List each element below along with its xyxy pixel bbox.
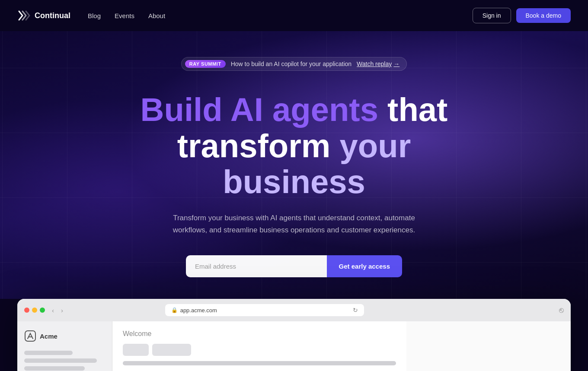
browser-sidebar: Acme [17, 321, 112, 371]
refresh-icon[interactable]: ↻ [353, 307, 358, 314]
close-window-dot[interactable] [24, 308, 29, 313]
logo-icon [17, 10, 31, 22]
acme-label: Acme [40, 333, 58, 340]
headline-build-ai-agents: Build AI agents [141, 91, 378, 128]
banner-text: How to build an AI copilot for your appl… [231, 60, 352, 67]
acme-icon [24, 330, 36, 342]
skeleton-item [24, 351, 73, 355]
acme-logo-row: Acme [24, 330, 105, 342]
skeleton-item [24, 358, 97, 363]
banner-watch-replay-link[interactable]: Watch replay → [357, 60, 399, 67]
browser-nav-buttons: ‹ › [50, 306, 65, 315]
banner-badge: RAY SUMMIT [185, 60, 226, 68]
share-icon[interactable]: ⎋ [559, 306, 564, 315]
forward-button[interactable]: › [59, 306, 65, 315]
main-skeleton-row [123, 344, 396, 356]
book-demo-button[interactable]: Book a demo [516, 8, 571, 23]
navbar: Continual Blog Events About Sign in Book… [0, 0, 588, 31]
browser-body: Acme Welcome [17, 321, 571, 371]
sidebar-skeleton [24, 351, 105, 371]
browser-main-content: Welcome [112, 321, 406, 371]
back-button[interactable]: ‹ [50, 306, 56, 315]
browser-right-panel [406, 321, 571, 371]
skeleton-item [24, 366, 85, 371]
get-early-access-button[interactable]: Get early access [327, 255, 402, 277]
nav-left: Continual Blog Events About [17, 10, 165, 22]
hero-subtext: Transform your business with AI agents t… [169, 212, 419, 236]
maximize-window-dot[interactable] [40, 308, 45, 313]
svg-rect-0 [25, 331, 35, 341]
cta-row: Get early access [186, 255, 402, 277]
hero-section: RAY SUMMIT How to build an AI copilot fo… [0, 31, 588, 299]
url-text: app.acme.com [180, 307, 217, 314]
signin-button[interactable]: Sign in [473, 8, 511, 23]
hero-headline: Build AI agents that transform your busi… [121, 92, 467, 200]
nav-right: Sign in Book a demo [473, 8, 571, 23]
email-input[interactable] [186, 255, 327, 277]
lock-icon: 🔒 [171, 307, 178, 313]
minimize-window-dot[interactable] [32, 308, 37, 313]
nav-link-blog[interactable]: Blog [88, 12, 101, 19]
nav-link-about[interactable]: About [148, 12, 165, 19]
hero-content: RAY SUMMIT How to build an AI copilot fo… [0, 57, 588, 277]
browser-url-bar[interactable]: 🔒 app.acme.com ↻ [165, 304, 364, 316]
browser-traffic-lights [24, 308, 45, 313]
logo[interactable]: Continual [17, 10, 70, 22]
ray-summit-banner[interactable]: RAY SUMMIT How to build an AI copilot fo… [181, 57, 407, 71]
browser-window: ‹ › 🔒 app.acme.com ↻ ⎋ Acme [17, 299, 571, 371]
skeleton-line [123, 361, 396, 365]
skeleton-button [123, 344, 149, 356]
main-skeleton-row-2 [123, 361, 396, 365]
browser-main-title: Welcome [123, 330, 396, 338]
browser-toolbar: ‹ › 🔒 app.acme.com ↻ ⎋ [17, 299, 571, 321]
nav-links: Blog Events About [88, 12, 165, 19]
logo-text: Continual [35, 11, 70, 20]
nav-link-events[interactable]: Events [115, 12, 134, 19]
browser-section: ‹ › 🔒 app.acme.com ↻ ⎋ Acme [17, 299, 571, 371]
skeleton-button [152, 344, 191, 356]
headline-that: that [387, 91, 447, 128]
headline-transform: transform [177, 127, 331, 164]
